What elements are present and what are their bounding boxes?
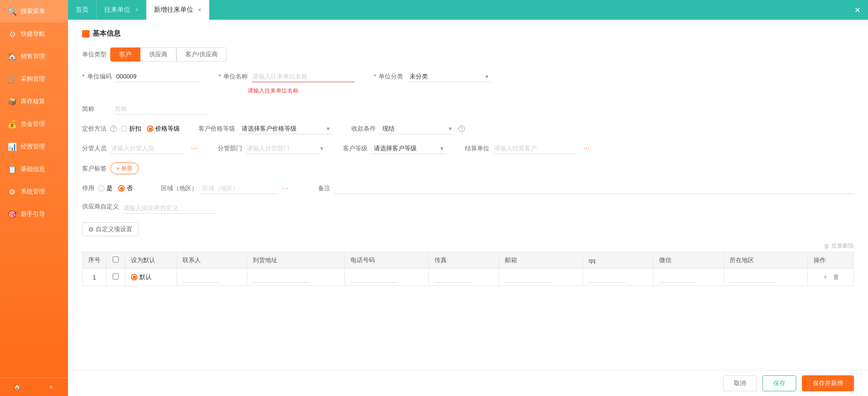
tab-home[interactable]: 首页 [68,0,97,20]
add-tag-button[interactable]: + 标签 [110,163,139,174]
wechat-input[interactable] [659,272,697,283]
unit-category-select-wrapper: 未分类 ▼ [407,71,491,82]
select-all-checkbox[interactable] [113,256,119,263]
cell-address [247,269,344,286]
unit-type-customer[interactable]: 客户 [110,47,140,62]
tab-bar-close-btn[interactable]: ✕ [847,0,868,20]
radio-disabled-no[interactable]: 否 [118,184,133,193]
supplier-custom-input[interactable] [122,202,216,214]
radio-discount[interactable]: 折扣 [121,124,141,133]
unit-code-input[interactable] [115,71,200,82]
quick-nav-icon: ⊙ [8,29,17,39]
radio-no-label: 否 [127,184,133,193]
sidebar-item-operations[interactable]: 📊 经营管理 [0,135,68,158]
sidebar-home-btn[interactable]: 🏠 [0,378,34,396]
batch-delete-label[interactable]: 批量删除 [831,242,854,250]
contact-input[interactable] [183,272,220,283]
tab-add-partner-close[interactable]: × [198,7,201,13]
table-region-input[interactable] [730,272,777,283]
customer-price-level-label: 客户价格等级 [198,124,235,133]
radio-yes-circle [98,185,105,192]
col-region: 所在地区 [724,252,808,269]
manager-input[interactable] [110,143,185,154]
fax-input[interactable] [434,272,472,283]
remark-input[interactable] [334,183,854,194]
cell-qq [583,269,653,286]
save-button[interactable]: 保存 [762,375,796,391]
cell-checkbox [107,269,125,286]
delete-row-icon[interactable]: 🗑 [833,273,839,280]
sidebar-item-inventory[interactable]: 📦 库存核算 [0,90,68,113]
customer-level-select[interactable]: 请选择客户等级 [371,143,446,154]
unit-type-both[interactable]: 客户/供应商 [176,47,227,62]
sidebar-item-search[interactable]: 🔍 搜索菜单 [0,0,68,23]
section-title: 基本信息 [82,29,854,38]
cell-default: 默认 [125,269,177,286]
remark-group: 备注 [318,183,854,194]
sidebar-label-purchase: 采购管理 [21,75,45,83]
payment-terms-group: 收款条件 现结 ▼ ? [351,123,465,134]
address-input[interactable] [253,272,309,283]
short-name-group: 简称 [82,103,208,115]
short-name-input[interactable] [114,103,208,115]
radio-default[interactable]: 默认 [131,273,171,281]
customer-price-level-select[interactable]: 请选择客户价格等级 [239,123,333,134]
unit-category-group: * 单位分类 未分类 ▼ [373,71,491,82]
settlement-unit-input[interactable] [493,143,578,154]
radio-default-label: 默认 [139,273,152,281]
custom-settings-button[interactable]: ⚙ 自定义项设置 [82,222,138,236]
pricing-method-help-icon[interactable]: ? [110,125,117,132]
region-label: 区域（地区） [161,184,198,193]
custom-settings-icon: ⚙ [88,226,94,233]
department-input[interactable] [246,143,321,154]
remark-label: 备注 [318,184,330,193]
cancel-button[interactable]: 取消 [723,375,757,391]
region-dots-btn[interactable]: ··· [280,184,290,193]
cell-contact [177,269,247,286]
sidebar-item-finance[interactable]: 💰 资金管理 [0,113,68,135]
sidebar-bottom: 🏠 ≡ [0,378,68,396]
tab-add-partner[interactable]: 新增往来单位 × [146,0,209,20]
sidebar-menu-btn[interactable]: ≡ [34,378,69,396]
manager-dots-btn[interactable]: ··· [189,144,199,153]
col-email: 邮箱 [499,252,583,269]
settlement-unit-dots-btn[interactable]: ··· [581,144,591,153]
unit-name-label: * 单位名称 [219,72,248,81]
customer-level-group: 客户等级 请选择客户等级 ▼ [343,143,446,154]
radio-default-dot [133,276,136,279]
sidebar-item-system[interactable]: ⚙ 系统管理 [0,180,68,203]
unit-category-select[interactable]: 未分类 [407,71,491,82]
radio-price-level[interactable]: 价格等级 [147,124,180,133]
email-input[interactable] [505,272,552,283]
inventory-icon: 📦 [8,97,17,106]
sidebar-item-basic-info[interactable]: 📋 基础信息 [0,158,68,180]
custom-settings-label: 自定义项设置 [96,225,132,233]
sidebar-item-purchase[interactable]: 🛒 采购管理 [0,68,68,90]
region-input[interactable] [201,183,276,194]
sidebar-item-sales[interactable]: 🏠 销售管理 [0,45,68,68]
unit-name-input[interactable] [251,71,355,82]
region-group: 区域（地区） ··· [161,183,290,194]
row-checkbox[interactable] [113,273,119,280]
disabled-row: 停用 是 否 区域（地区） [82,183,854,194]
finance-icon: 💰 [8,119,17,129]
disabled-group: 停用 是 否 [82,184,133,193]
save-new-button[interactable]: 保存并新增 [802,375,854,391]
tab-partner-list[interactable]: 往来单位 × [97,0,146,20]
sidebar-item-guide[interactable]: 🎯 新手引导 [0,203,68,225]
unit-name-error: 请输入往来单位名称 [248,87,298,95]
add-row-icon[interactable]: ＋ [822,273,829,280]
table-header-row: 序号 设为默认 联系人 到货地址 电话号码 传真 邮箱 qq 微信 所在地区 操… [83,252,854,269]
tab-home-label: 首页 [76,6,89,14]
sidebar-item-quick-nav[interactable]: ⊙ 快捷导航 [0,23,68,45]
payment-terms-help-icon[interactable]: ? [458,125,465,132]
unit-name-group: * 单位名称 请输入往来单位名称 [219,71,355,95]
phone-input[interactable] [350,272,397,283]
radio-discount-label: 折扣 [129,124,141,133]
payment-terms-select[interactable]: 现结 [380,123,455,134]
unit-type-supplier[interactable]: 供应商 [140,47,176,62]
radio-disabled-yes[interactable]: 是 [98,184,113,193]
tab-partner-list-close[interactable]: × [135,7,138,13]
qq-input[interactable] [589,272,626,283]
unit-code-group: * 单位编码 [82,71,200,82]
